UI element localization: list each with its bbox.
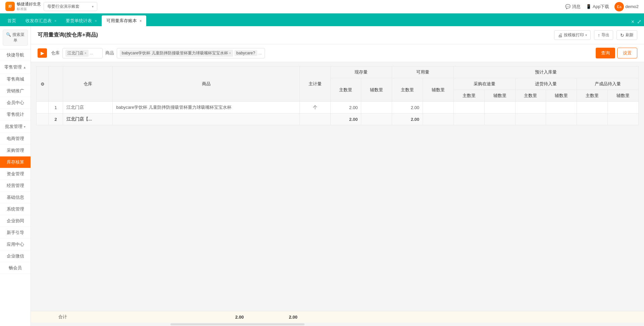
col-available-main-header: 主数里 [392,78,423,102]
col-unit-header: 主计量 [300,66,330,102]
chevron-up-icon: ▲ [23,65,26,69]
tab-available-stock-close[interactable]: × [140,19,142,23]
col-index-header [49,66,63,102]
tab-home[interactable]: 首页 [3,15,21,26]
top-bar: 好 畅捷通好生意 标准版 母婴行业演示账套 ▾ 💬 消息 📱 App下载 Ea … [0,0,644,13]
product-filter-more[interactable]: ... [259,51,262,55]
logo-area: 好 畅捷通好生意 标准版 [5,2,41,11]
cell-inbound-main-1 [515,102,546,113]
sidebar-item-wechat[interactable]: 企业微信 [0,250,31,262]
cell-settings-2 [37,113,49,125]
print-btn[interactable]: 🖨 按模板打印 ▾ [554,30,591,40]
cell-production-main-2 [577,113,608,125]
filter-bar: ▶ 仓库 江北门店 × ... 商品 babycare学饮杯 儿童防摔防撞吸管杯… [31,44,644,62]
tab-order-stats-close[interactable]: × [95,19,97,23]
col-settings-header[interactable]: ⚙ [37,66,49,102]
tab-available-stock[interactable]: 可用量库存账本 × [102,15,146,26]
sidebar-item-retail-shop[interactable]: 零售商城 [0,74,31,85]
template-selector[interactable]: 母婴行业演示账套 ▾ [44,2,97,11]
sidebar-item-marketing[interactable]: 营销推广 [0,85,31,97]
sidebar-item-system[interactable]: 系统管理 [0,203,31,215]
footer-label: 合计 [58,314,89,320]
message-btn[interactable]: 💬 消息 [565,4,581,10]
product-tag-1: babycare学饮杯 儿童防摔防撞吸管杯重力球吸嘴杯宝宝水杯 × [120,50,233,57]
col-stock-group-header: 现存量 [330,66,392,78]
cell-purchase-sub-2 [484,113,515,125]
expand-btn[interactable]: ⤢ [637,18,641,25]
col-available-group-header: 可用量 [392,66,454,78]
col-inbound-group-header: 进货待入量 [515,78,577,90]
sidebar-item-base-info[interactable]: 基础信息 [0,192,31,203]
settings-btn[interactable]: 设置 [617,48,637,58]
sidebar-item-guide[interactable]: 新手引导 [0,227,31,239]
horizontal-scrollbar[interactable] [170,323,305,325]
tab-home-label: 首页 [7,18,16,24]
col-stock-sub-header: 辅数里 [361,78,392,102]
cell-stock-sub-2 [361,113,392,125]
cell-purchase-sub-1 [484,102,515,113]
sidebar-item-app-center[interactable]: 应用中心 [0,239,31,250]
sidebar-item-inventory[interactable]: 库存核算 [0,156,31,168]
logo-text: 畅捷通好生意 [17,2,41,6]
message-icon: 💬 [565,4,571,9]
warehouse-filter-input[interactable]: 江北门店 × ... [62,48,103,58]
cell-unit-1: 个 [300,102,330,113]
sidebar-item-ecommerce[interactable]: 电商管理 [0,133,31,145]
cell-production-sub-1 [608,102,639,113]
warehouse-filter-more[interactable]: ... [90,51,93,55]
query-btn[interactable]: 查询 [596,48,615,58]
tab-receivable-label: 收发存汇总表 [25,18,52,24]
cell-warehouse-2: 江北门店【... [63,113,113,125]
cell-stock-sub-1 [361,102,392,113]
filter-actions: 查询 设置 [596,48,637,58]
main-layout: 🔍 搜索菜单 快捷导航 零售管理 ▲ 零售商城 营销推广 会员中心 零售统计 批… [0,26,644,326]
cell-unit-2 [300,113,330,125]
cell-inbound-main-2 [515,113,546,125]
warehouse-tag-1-close[interactable]: × [85,51,87,55]
chevron-down-icon: ▾ [92,5,94,8]
warehouse-filter-label: 仓库 [51,50,60,56]
sidebar-item-finance[interactable]: 资金管理 [0,168,31,180]
tab-receivable[interactable]: 收发存汇总表 × [21,15,61,26]
tab-order-stats[interactable]: 要货单统计表 × [61,15,101,26]
filter-expand-btn[interactable]: ▶ [38,48,47,58]
close-all-btn[interactable]: × [631,19,634,25]
sidebar-item-operations[interactable]: 经营管理 [0,180,31,192]
col-inbound-main-header: 主数里 [515,90,546,102]
cell-product-2 [113,113,300,125]
cell-index-1: 1 [49,102,63,113]
product-tag-1-close[interactable]: × [229,51,231,55]
sidebar-item-retail-mgmt[interactable]: 零售管理 ▲ [0,61,31,74]
col-inbound-sub-header: 辅数里 [546,90,577,102]
sidebar-item-purchase[interactable]: 采购管理 [0,145,31,156]
logo-icon: 好 [5,2,15,11]
sidebar-item-retail-stats[interactable]: 零售统计 [0,109,31,121]
product-filter-input[interactable]: babycare学饮杯 儿童防摔防撞吸管杯重力球吸嘴杯宝宝水杯 × babyca… [117,48,265,58]
col-available-sub-header: 辅数里 [423,78,454,102]
sidebar-item-member[interactable]: 会员中心 [0,97,31,109]
col-production-group-header: 产成品待入量 [577,78,639,90]
sidebar-search-area: 🔍 搜索菜单 [0,26,31,49]
cell-inbound-sub-1 [546,102,577,113]
product-tag-2-text: babycare? [236,51,255,55]
export-btn[interactable]: ↑ 导出 [594,30,613,40]
sidebar-search-btn[interactable]: 🔍 搜索菜单 [3,30,28,46]
refresh-btn[interactable]: ↻ 刷新 [616,30,637,40]
tab-bar: 首页 收发存汇总表 × 要货单统计表 × 可用量库存账本 × × ⤢ [0,13,644,26]
tab-receivable-close[interactable]: × [54,19,56,23]
product-filter-label: 商品 [105,50,114,56]
sidebar-item-quick-nav[interactable]: 快捷导航 [0,49,31,61]
cell-purchase-main-1 [453,102,484,113]
gear-icon[interactable]: ⚙ [41,82,45,87]
footer-stock-main: 2.00 [226,315,253,320]
user-menu[interactable]: Ea demo2 [614,2,639,11]
sidebar-item-member2[interactable]: 畅会员 [0,262,31,274]
cell-stock-main-1: 2.00 [330,102,361,113]
col-purchase-main-header: 主数里 [453,90,484,102]
cell-inbound-sub-2 [546,113,577,125]
download-btn[interactable]: 📱 App下载 [586,4,609,10]
col-stock-main-header: 主数里 [330,78,361,102]
sidebar-item-wholesale-mgmt[interactable]: 批发管理 ▾ [0,121,31,133]
sidebar-item-enterprise[interactable]: 企业协同 [0,215,31,227]
footer-values: 2.00 2.00 [89,315,639,320]
